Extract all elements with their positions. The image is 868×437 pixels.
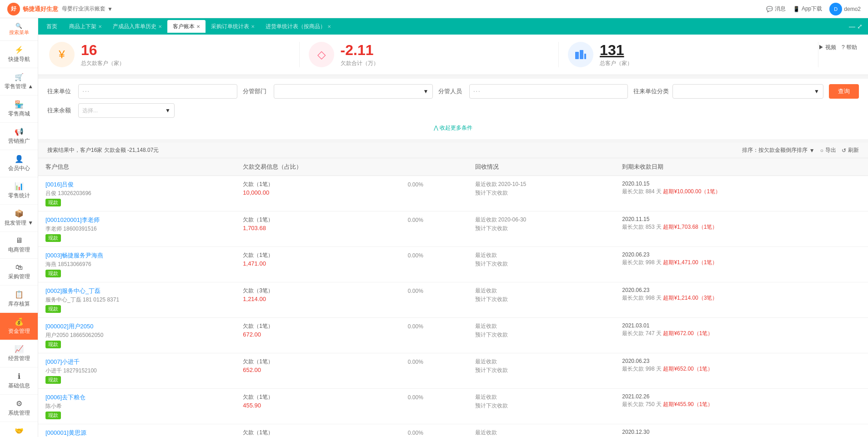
dept-select[interactable]: ▼ [274, 84, 433, 99]
video-button[interactable]: ▶ 视频 [818, 44, 836, 51]
sidebar-item-basic-info[interactable]: ℹ 基础信息 [0, 367, 38, 395]
customer-name-6[interactable]: [0006]去下粮仓 [45, 393, 228, 402]
cell-collection-1: 最近收款 2020-06-30 预计下次收款 [468, 211, 615, 247]
source-unit-input[interactable]: ··· [78, 84, 237, 99]
debt-amount-0[interactable]: 10,000.00 [243, 189, 393, 196]
debt-amount-4[interactable]: 672.00 [243, 331, 393, 338]
overdue-days-2: 最长欠款 998 天 超期¥1,471.00（1笔） [622, 259, 861, 266]
customer-name-5[interactable]: [0007]小进千 [45, 358, 228, 366]
unit-category-arrow-icon: ▼ [814, 88, 819, 95]
overdue-amount-2[interactable]: 超期¥1,471.00（1笔） [663, 259, 717, 266]
customer-name-2[interactable]: [0003]畅捷服务尹海燕 [45, 251, 228, 260]
tab-bar: 首页 商品上下架 ✕ 产成品入库单历史 ✕ 客户账本 ✕ 采购订单统计表 ✕ 进… [38, 18, 868, 35]
tab-close-stock[interactable]: ✕ [327, 24, 331, 29]
customer-contact-2: 海燕 18513066976 [45, 261, 228, 268]
debt-amount-3[interactable]: 1,214.00 [243, 296, 393, 302]
debt-amount-6[interactable]: 455.90 [243, 402, 393, 409]
retail-icon: 🛒 [15, 73, 24, 81]
sidebar-item-wholesale[interactable]: 📦 批发管理 ▼ [0, 205, 38, 232]
sidebar-item-retail-stats[interactable]: 📊 零售统计 [0, 177, 38, 205]
sidebar-item-quick-nav[interactable]: ⚡ 快捷导航 [0, 41, 38, 68]
sidebar: 🔍 搜索菜单 ⚡ 快捷导航 🛒 零售管理 ▲ 🏪 零售商城 📢 营销推广 👤 会… [0, 18, 38, 437]
sidebar-item-collab[interactable]: 🤝 企业协同 [0, 422, 38, 437]
tab-bar-actions: — ⤢ [845, 23, 866, 30]
balance-label: 往来余额 [47, 106, 75, 115]
tab-minimize-button[interactable]: — [849, 23, 855, 30]
tab-purchase-stats[interactable]: 采购订单统计表 ✕ [206, 20, 260, 33]
tab-close-goods[interactable]: ✕ [98, 24, 102, 29]
debt-amount-1[interactable]: 1,703.68 [243, 225, 393, 231]
customer-tag-5: 现款 [45, 376, 61, 384]
sidebar-item-purchase[interactable]: 🛍 采购管理 [0, 259, 38, 286]
help-button[interactable]: ? 帮助 [842, 44, 857, 51]
overdue-amount-3[interactable]: 超期¥1,214.00（3笔） [663, 295, 717, 301]
debt-count-1: 欠款（1笔） [243, 216, 393, 224]
customer-name-0[interactable]: [0016]吕俊 [45, 181, 228, 189]
overdue-amount-6[interactable]: 超期¥455.90（1笔） [663, 401, 713, 407]
tab-product-history[interactable]: 产成品入库单历史 ✕ [107, 20, 167, 33]
app-name: 畅捷通好生意 [23, 5, 58, 13]
sidebar-item-retail-manage[interactable]: 🛒 零售管理 ▲ [0, 68, 38, 95]
tab-close-purchase[interactable]: ✕ [251, 24, 255, 29]
cell-collection-0: 最近收款 2020-10-15 预计下次收款 [468, 176, 615, 211]
svg-rect-0 [575, 52, 579, 59]
cell-customer-6: [0006]去下粮仓 陈小希 现款 [38, 389, 236, 424]
message-button[interactable]: 💬 消息 [766, 5, 786, 13]
due-date-7: 2020.12.30 [622, 429, 861, 435]
result-info: 搜索结果中，客户16家 欠款金额 -21,148.07元 [47, 146, 159, 154]
sidebar-item-inventory[interactable]: 📋 库存核算 [0, 286, 38, 313]
cell-collection-2: 最近收款 预计下次收款 [468, 247, 615, 282]
refresh-icon: ↺ [842, 147, 846, 154]
manager-input[interactable]: ··· [469, 84, 628, 99]
customer-name-7[interactable]: [000001]黄思源 [45, 429, 228, 437]
stat-debt-total: ◇ -2.11 欠款合计（万） [300, 42, 559, 67]
customer-name-4[interactable]: [000002]用户2050 [45, 322, 228, 331]
collection-label-5: 最近收款 [475, 358, 608, 366]
overdue-amount-5[interactable]: 超期¥652.00（1笔） [663, 366, 713, 372]
sidebar-item-operations[interactable]: 📈 经营管理 [0, 340, 38, 367]
cell-due-5: 2020.06.23 最长欠款 998 天 超期¥652.00（1笔） [615, 353, 868, 389]
tab-stock-stats[interactable]: 进货单统计表（按商品） ✕ [260, 20, 336, 33]
overdue-days-3: 最长欠款 998 天 超期¥1,214.00（3笔） [622, 294, 861, 302]
debt-amount-2[interactable]: 1,471.00 [243, 260, 393, 267]
sidebar-item-ecommerce[interactable]: 🖥 电商管理 [0, 232, 38, 259]
customer-name-3[interactable]: [0002]服务中心_丁磊 [45, 287, 228, 295]
overdue-amount-4[interactable]: 超期¥672.00（1笔） [663, 330, 713, 337]
sidebar-item-system[interactable]: ⚙ 系统管理 [0, 395, 38, 422]
table-row: [000002]用户2050 用户2050 18665062050 现款 欠款（… [38, 318, 868, 353]
unit-category-select[interactable]: ▼ [672, 84, 823, 99]
debt-amount-5[interactable]: 652.00 [243, 367, 393, 373]
sidebar-item-finance[interactable]: 💰 资金管理 [0, 313, 38, 340]
filter-dept: 分管部门 ▼ [243, 84, 433, 99]
tab-close-product[interactable]: ✕ [158, 24, 162, 29]
total-customers-value: 131 [600, 42, 632, 59]
user-menu[interactable]: D demo2 [829, 3, 861, 15]
member-icon: 👤 [15, 155, 24, 163]
search-icon: 🔍 [15, 23, 22, 29]
sidebar-search[interactable]: 🔍 搜索菜单 [0, 18, 38, 41]
tab-customer-account[interactable]: 客户账本 ✕ [167, 20, 206, 33]
overdue-amount-1[interactable]: 超期¥1,703.68（1笔） [663, 224, 717, 230]
operations-icon: 📈 [15, 345, 24, 353]
tab-home[interactable]: 首页 [40, 23, 64, 30]
collapse-bar[interactable]: ⋀ 收起更多条件 [47, 122, 859, 134]
customer-tag-4: 现款 [45, 341, 61, 348]
sidebar-item-retail-store[interactable]: 🏪 零售商城 [0, 95, 38, 123]
sidebar-item-marketing[interactable]: 📢 营销推广 [0, 123, 38, 150]
search-button[interactable]: 查询 [829, 84, 859, 99]
tab-goods-listing[interactable]: 商品上下架 ✕ [64, 20, 107, 33]
cell-debt-1: 欠款（1笔） 1,703.68 [236, 211, 400, 247]
export-button[interactable]: ○ 导出 [820, 146, 836, 154]
customer-name-1[interactable]: [0001020001]李老师 [45, 216, 228, 224]
refresh-button[interactable]: ↺ 刷新 [842, 146, 859, 154]
sort-button[interactable]: 排序：按欠款金额倒序排序 ▼ [742, 146, 815, 154]
tab-expand-button[interactable]: ⤢ [857, 23, 863, 30]
sidebar-item-member[interactable]: 👤 会员中心 [0, 150, 38, 177]
table-row: [0001020001]李老师 李老师 18600391516 现款 欠款（1笔… [38, 211, 868, 247]
debt-percent-1: 0.00% [408, 217, 461, 223]
industry-selector[interactable]: 母婴行业演示账套 ▼ [62, 5, 113, 13]
overdue-amount-0[interactable]: 超期¥10,000.00（1笔） [663, 188, 721, 195]
app-download-button[interactable]: 📱 App下载 [793, 5, 822, 13]
tab-close-customer[interactable]: ✕ [196, 24, 200, 29]
balance-select[interactable]: 选择... ▼ [78, 103, 175, 118]
